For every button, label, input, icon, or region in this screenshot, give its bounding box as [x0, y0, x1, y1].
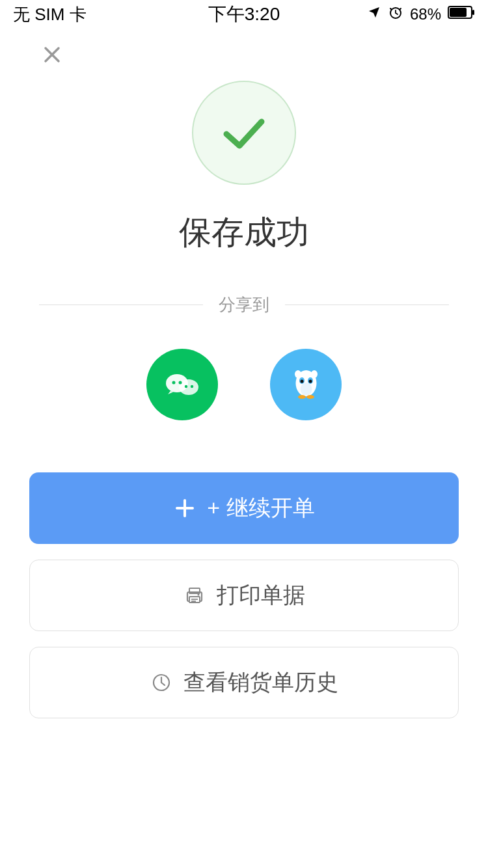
status-right: 68%	[367, 5, 475, 24]
success-title: 保存成功	[179, 211, 309, 254]
clock-icon	[150, 671, 173, 694]
status-left: 无 SIM 卡	[13, 3, 92, 26]
svg-rect-2	[450, 8, 467, 17]
svg-rect-3	[472, 10, 474, 15]
svg-point-30	[198, 594, 200, 596]
svg-point-19	[298, 395, 306, 399]
plus-icon	[173, 496, 197, 520]
main-content: 保存成功 分享到	[0, 29, 488, 718]
continue-button[interactable]: + 继续开单	[29, 472, 459, 544]
wechat-share-button[interactable]	[146, 349, 218, 420]
svg-point-11	[190, 385, 193, 387]
continue-label: + 继续开单	[207, 493, 314, 523]
svg-point-22	[311, 370, 318, 378]
share-icons-container	[146, 349, 342, 420]
svg-point-10	[184, 385, 187, 387]
share-divider-text: 分享到	[203, 293, 285, 316]
history-button[interactable]: 查看销货单历史	[29, 647, 459, 718]
battery-icon	[448, 5, 475, 23]
print-icon	[183, 584, 206, 607]
location-icon	[367, 5, 381, 23]
status-time: 下午3:20	[208, 2, 280, 27]
battery-text: 68%	[410, 5, 441, 23]
qq-share-button[interactable]	[270, 349, 342, 420]
svg-point-9	[178, 381, 182, 384]
divider-line-right	[285, 305, 449, 305]
svg-point-7	[179, 379, 198, 395]
svg-point-8	[172, 381, 175, 384]
success-icon-circle	[192, 81, 296, 185]
divider-line-left	[39, 305, 203, 305]
status-bar: 无 SIM 卡 下午3:20 68%	[0, 0, 488, 29]
svg-point-21	[295, 370, 301, 378]
alarm-icon	[388, 5, 403, 24]
print-button[interactable]: 打印单据	[29, 560, 459, 631]
svg-point-18	[300, 383, 312, 396]
svg-point-15	[300, 379, 303, 383]
svg-point-20	[306, 395, 314, 399]
action-buttons: + 继续开单 打印单据	[0, 472, 488, 718]
sim-text: 无 SIM 卡	[13, 3, 87, 26]
print-label: 打印单据	[217, 580, 305, 610]
svg-point-16	[308, 379, 312, 383]
history-label: 查看销货单历史	[183, 668, 338, 698]
close-button[interactable]	[33, 35, 72, 74]
share-divider: 分享到	[0, 293, 488, 316]
